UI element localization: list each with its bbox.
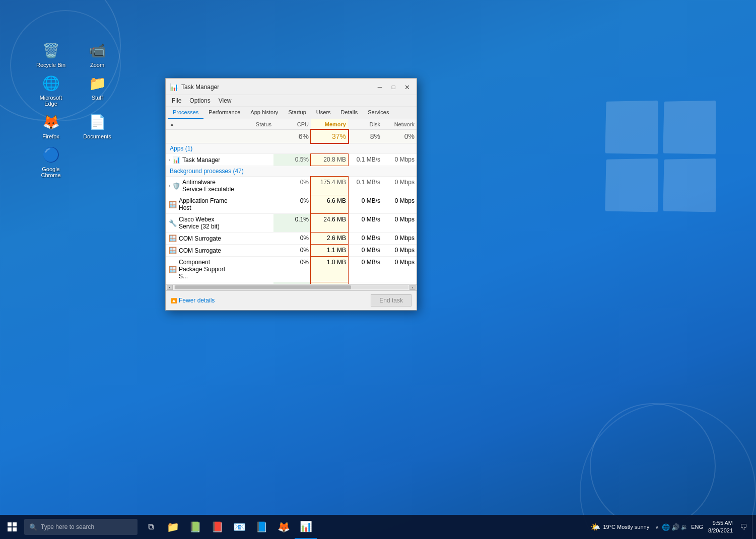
firefox-label: Firefox [42,133,59,139]
task-manager-window: 📊 Task Manager ─ □ ✕ File Options View P… [165,78,417,311]
table-row[interactable]: 🪟 COM Surrogate 0% 2.6 MB 0 MB/s 0 Mbps [166,233,417,245]
svg-rect-0 [8,522,12,526]
table-row[interactable]: 🪟 Application Frame Host 0% 6.6 MB 0 MB/… [166,195,417,214]
edge-label: Microsoft Edge [33,95,69,107]
taskbar-app-task-manager[interactable]: 📊 [295,515,317,539]
tab-services[interactable]: Services [363,107,394,119]
network-icon[interactable]: 🌐 [662,523,670,531]
taskbar-app-outlook[interactable]: 📧 [228,515,250,539]
date-display: 8/20/2021 [708,527,733,534]
proc-name-cell: 🪟 COM Surrogate [166,245,237,256]
search-placeholder: Type here to search [41,523,94,530]
minimize-button[interactable]: ─ [373,82,386,93]
time-display: 9:55 AM [708,519,733,527]
weather-widget[interactable]: 🌤️ 19°C Mostly sunny [587,522,652,532]
tab-details[interactable]: Details [336,107,363,119]
tab-processes[interactable]: Processes [168,107,203,119]
volume-icon[interactable]: 🔉 [681,524,688,530]
weather-text: 19°C Mostly sunny [603,524,649,530]
start-button[interactable] [0,515,24,539]
show-desktop-button[interactable] [752,515,756,539]
recycle-bin-icon: 🗑️ [41,40,61,60]
close-button[interactable]: ✕ [400,82,414,93]
proc-name-cell: 🪟 Application Frame Host [166,195,237,213]
taskbar-apps: ⧉ 📁 📗 📕 📧 📘 🦊 📊 [140,515,317,539]
column-area: ▲ Status CPU Memory Disk Network 6% 37% … [166,119,417,143]
stuff-label: Stuff [92,95,103,101]
maximize-button[interactable]: □ [387,82,400,93]
col-name-sort[interactable]: ▲ [166,119,237,129]
clock-widget[interactable]: 9:55 AM 8/20/2021 [706,519,735,535]
taskbar: 🔍 Type here to search ⧉ 📁 📗 📕 📧 📘 🦊 📊 🌤️… [0,515,756,539]
tab-startup[interactable]: Startup [283,107,311,119]
table-row[interactable]: 🔧 Cisco Webex Service (32 bit) 0.1% 24.6… [166,214,417,233]
documents-label: Documents [83,133,111,139]
taskbar-app-word[interactable]: 📘 [250,515,272,539]
desktop-icon-zoom[interactable]: 📹 Zoom [79,40,115,68]
table-row[interactable]: › 🛡️ Antimalware Service Executable 0% 1… [166,177,417,195]
end-task-button[interactable]: End task [371,294,411,306]
pct-cpu: 6% [273,130,311,143]
desktop-icon-stuff[interactable]: 📁 Stuff [79,73,115,107]
proc-name-cell: 🪟 Component Package Support S... [166,257,237,282]
taskbar-app-task-view[interactable]: ⧉ [140,515,162,539]
chrome-icon: 🔵 [41,144,61,165]
proc-name-cell: › 📊 Task Manager [166,154,237,166]
col-cpu-header[interactable]: CPU [273,119,311,129]
desktop-icon-edge[interactable]: 🌐 Microsoft Edge [33,73,69,107]
taskbar-app-firefox[interactable]: 🦊 [272,515,295,539]
desktop-icon-documents[interactable]: 📄 Documents [79,112,115,139]
process-list[interactable]: Apps (1) › 📊 Task Manager 0.5% 20.8 MB 0… [166,143,417,284]
fewer-details-button[interactable]: 🔼 Fewer details [171,297,215,304]
pct-memory: 37% [311,130,348,143]
desktop-icon-recycle-bin[interactable]: 🗑️ Recycle Bin [33,40,69,68]
speaker-icon[interactable]: 🔊 [671,523,679,531]
table-row[interactable]: › 📊 Task Manager 0.5% 20.8 MB 0.1 MB/s 0… [166,154,417,166]
svg-rect-1 [13,522,17,526]
taskbar-app-powerpoint[interactable]: 📕 [206,515,228,539]
col-memory-header[interactable]: Memory [311,119,348,129]
desktop-icon-firefox[interactable]: 🦊 Firefox [33,112,69,139]
pct-disk: 8% [348,130,382,143]
menu-options[interactable]: Options [185,96,214,105]
col-status-header[interactable]: Status [237,119,273,129]
pct-network: 0% [382,130,417,143]
taskbar-app-excel[interactable]: 📗 [184,515,206,539]
win-pane-br [663,159,716,212]
language-label[interactable]: ENG [691,524,703,530]
zoom-icon: 📹 [87,40,107,60]
tab-users[interactable]: Users [311,107,336,119]
search-icon: 🔍 [29,523,37,531]
scroll-right-button[interactable]: › [409,285,416,290]
scroll-left-button[interactable]: ‹ [167,285,173,290]
stuff-icon: 📁 [87,73,107,93]
horizontal-scrollbar[interactable]: ‹ › [166,284,417,290]
tray-icons: 🌐 🔊 🔉 [662,523,688,531]
chevron-up-icon: 🔼 [171,298,177,303]
task-manager-title-icon: 📊 [170,83,178,91]
desktop-icons-container: 🗑️ Recycle Bin 📹 Zoom 🌐 Microsoft Edge 📁… [33,40,115,178]
task-manager-title: Task Manager [181,84,219,91]
proc-name-cell: › 🛡️ Antimalware Service Executable [166,177,237,195]
desktop-icon-chrome[interactable]: 🔵 Google Chrome [33,144,69,178]
menu-file[interactable]: File [168,96,185,105]
taskbar-search[interactable]: 🔍 Type here to search [24,519,138,535]
tray-expand-button[interactable]: ∧ [655,524,659,530]
table-row[interactable]: 🪟 Component Package Support S... 0% 1.0 … [166,257,417,282]
col-network-header[interactable]: Network [382,119,417,129]
svg-rect-2 [8,527,12,531]
tab-app-history[interactable]: App history [245,107,283,119]
taskbar-app-file-explorer[interactable]: 📁 [162,515,184,539]
title-bar: 📊 Task Manager ─ □ ✕ [166,79,417,95]
col-disk-header[interactable]: Disk [348,119,382,129]
system-tray: 🌤️ 19°C Mostly sunny ∧ 🌐 🔊 🔉 ENG 9:55 AM… [587,515,756,539]
tab-performance[interactable]: Performance [203,107,245,119]
desktop: 🗑️ Recycle Bin 📹 Zoom 🌐 Microsoft Edge 📁… [0,0,756,539]
notification-button[interactable]: 🗨 [738,515,749,539]
menu-view[interactable]: View [215,96,236,105]
pct-status [237,130,273,143]
firefox-icon: 🦊 [41,112,61,132]
table-row[interactable]: 🪟 COM Surrogate 0% 1.1 MB 0 MB/s 0 Mbps [166,245,417,257]
pct-name-spacer [166,130,237,143]
proc-cpu-cell: 0.5% [273,154,311,166]
